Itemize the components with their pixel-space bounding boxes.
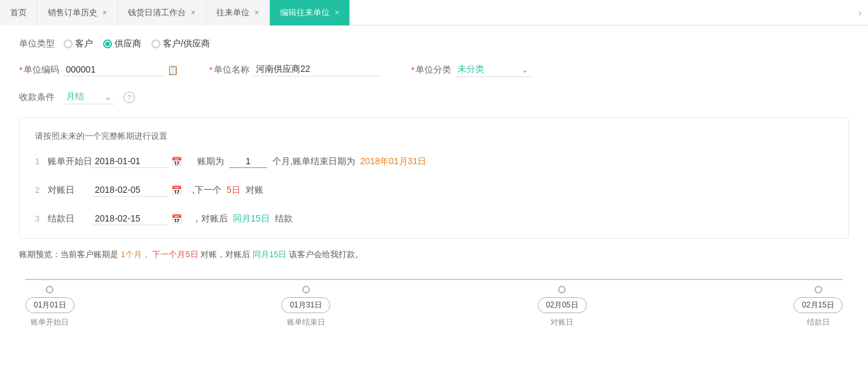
tab-nav-arrow[interactable]: › bbox=[852, 0, 868, 25]
unit-code-input[interactable] bbox=[63, 63, 165, 76]
timeline-badge-1: 01月01日 bbox=[25, 297, 74, 313]
radio-circle-customer bbox=[64, 39, 73, 48]
period-end-date-highlight: 2018年01月31日 bbox=[360, 156, 426, 167]
tab-edit-partner[interactable]: 编辑往来单位 × bbox=[270, 0, 350, 25]
radio-circle-supplier bbox=[103, 39, 112, 48]
period-start-label: 账单开始日 bbox=[48, 156, 92, 167]
period-payment-day: 同月15日 bbox=[233, 213, 270, 225]
period-reconcile-date[interactable] bbox=[92, 183, 169, 197]
unit-category-select[interactable]: 未分类 ⌄ bbox=[455, 62, 531, 77]
period-payment-calendar-icon[interactable]: 📅 bbox=[171, 214, 182, 224]
timeline-point-1: 01月01日 账单开始日 bbox=[25, 286, 74, 328]
unit-code-label: 单位编码 bbox=[24, 64, 59, 76]
period-start-date[interactable] bbox=[92, 155, 169, 168]
timeline-badge-3: 02月05日 bbox=[538, 297, 587, 313]
preview-payment-day: 同月15日 bbox=[253, 250, 286, 259]
tab-partners[interactable]: 往来单位 × bbox=[206, 0, 270, 25]
preview-reconcile-text: 对账，对账后 bbox=[200, 250, 250, 259]
timeline-wrapper: 01月01日 账单开始日 01月31日 账单结束日 02月05日 对账日 02月… bbox=[19, 273, 849, 328]
period-reconcile-day: 5日 bbox=[227, 185, 241, 196]
period-row-num-2: 2 bbox=[35, 185, 48, 195]
required-star-code: * bbox=[19, 65, 22, 75]
tab-home[interactable]: 首页 bbox=[0, 0, 38, 25]
radio-customer[interactable]: 客户 bbox=[64, 38, 93, 50]
close-cashflow[interactable]: × bbox=[191, 8, 195, 17]
required-star-name: * bbox=[209, 65, 212, 75]
period-row-num-3: 3 bbox=[35, 214, 48, 223]
timeline-badge-4: 02月15日 bbox=[794, 297, 843, 313]
tab-cashflow[interactable]: 钱货日清工作台 × bbox=[118, 0, 206, 25]
timeline-label-2: 账单结束日 bbox=[287, 317, 325, 328]
period-months-input[interactable] bbox=[229, 155, 267, 168]
period-box-title: 请按照未来的一个完整帐期进行设置 bbox=[35, 130, 833, 142]
unit-type-label: 单位类型 bbox=[19, 38, 55, 50]
preview-months: 1个月， bbox=[121, 250, 150, 259]
preview-reconcile-day: 下一个月5日 bbox=[152, 250, 198, 259]
period-row-1: 1 账单开始日 📅 账期为 个月,账单结束日期为 2018年01月31日 bbox=[35, 155, 833, 168]
timeline-label-4: 结款日 bbox=[807, 317, 830, 328]
close-sales-history[interactable]: × bbox=[102, 8, 107, 17]
radio-supplier[interactable]: 供应商 bbox=[103, 38, 141, 50]
preview-section: 账期预览：当前客户账期是 1个月， 下一个月5日 对账，对账后 同月15日 该客… bbox=[19, 249, 849, 260]
timeline-point-4: 02月15日 结款日 bbox=[794, 286, 843, 328]
unit-category-value: 未分类 bbox=[458, 64, 517, 75]
timeline-badge-2: 01月31日 bbox=[281, 297, 330, 313]
period-reconcile-suffix: 对账 bbox=[246, 185, 263, 196]
timeline-dot-2 bbox=[302, 286, 310, 293]
copy-icon[interactable]: 📋 bbox=[167, 65, 178, 75]
timeline-dot-3 bbox=[558, 286, 566, 293]
period-unit: 个月,账单结束日期为 bbox=[272, 156, 355, 167]
required-star-category: * bbox=[411, 65, 414, 75]
payment-terms-value: 月结 bbox=[66, 91, 101, 102]
unit-name-group: * 单位名称 bbox=[209, 63, 380, 76]
timeline-dot-4 bbox=[815, 286, 822, 293]
period-payment-label: 结款日 bbox=[48, 213, 92, 225]
period-payment-prefix: ，对账后 bbox=[192, 213, 228, 225]
timeline-dot-1 bbox=[46, 286, 53, 293]
preview-end-text: 该客户会给我打款。 bbox=[289, 250, 363, 259]
tab-sales-history[interactable]: 销售订单历史 × bbox=[38, 0, 118, 25]
radio-circle-customer-supplier bbox=[151, 39, 160, 48]
payment-terms-dropdown-arrow: ⌄ bbox=[104, 92, 112, 102]
timeline-point-2: 01月31日 账单结束日 bbox=[281, 286, 330, 328]
period-reconcile-calendar-icon[interactable]: 📅 bbox=[171, 185, 182, 195]
radio-label-customer-supplier: 客户/供应商 bbox=[163, 38, 210, 50]
unit-type-row: 单位类型 客户 供应商 客户/供应商 bbox=[19, 38, 849, 50]
preview-label: 账期预览：当前客户账期是 bbox=[19, 250, 118, 259]
payment-terms-row: 收款条件 月结 ⌄ ? bbox=[19, 90, 849, 104]
unit-category-group: * 单位分类 未分类 ⌄ bbox=[411, 62, 531, 77]
unit-type-radio-group: 客户 供应商 客户/供应商 bbox=[64, 38, 210, 50]
radio-label-supplier: 供应商 bbox=[115, 38, 141, 50]
period-row-2: 2 对账日 📅 ,下一个 5日 对账 bbox=[35, 183, 833, 197]
category-dropdown-arrow: ⌄ bbox=[521, 64, 529, 74]
unit-info-row: * 单位编码 📋 * 单位名称 * 单位分类 未分类 ⌄ bbox=[19, 62, 849, 77]
page-content: 单位类型 客户 供应商 客户/供应商 * 单位编码 📋 * 单位名称 bbox=[0, 25, 868, 387]
period-settings-box: 请按照未来的一个完整帐期进行设置 1 账单开始日 📅 账期为 个月,账单结束日期… bbox=[19, 117, 849, 239]
unit-name-label: 单位名称 bbox=[214, 64, 249, 76]
radio-customer-supplier[interactable]: 客户/供应商 bbox=[151, 38, 210, 50]
period-row-num-1: 1 bbox=[35, 157, 48, 166]
period-reconcile-prefix: ,下一个 bbox=[192, 185, 221, 196]
period-reconcile-label: 对账日 bbox=[48, 185, 92, 196]
unit-name-input[interactable] bbox=[253, 63, 381, 76]
period-start-suffix: 账期为 bbox=[197, 156, 224, 167]
period-start-calendar-icon[interactable]: 📅 bbox=[171, 157, 182, 167]
radio-label-customer: 客户 bbox=[75, 38, 93, 50]
period-payment-suffix: 结款 bbox=[275, 213, 293, 225]
period-row-3: 3 结款日 📅 ，对账后 同月15日 结款 bbox=[35, 212, 833, 225]
close-partners[interactable]: × bbox=[255, 8, 259, 17]
help-icon[interactable]: ? bbox=[123, 92, 135, 103]
payment-terms-select[interactable]: 月结 ⌄ bbox=[64, 90, 115, 104]
timeline-label-3: 对账日 bbox=[550, 317, 573, 328]
period-payment-date[interactable] bbox=[92, 212, 169, 225]
payment-terms-label: 收款条件 bbox=[19, 92, 55, 103]
unit-category-label: 单位分类 bbox=[416, 64, 451, 76]
timeline-label-1: 账单开始日 bbox=[31, 317, 69, 328]
timeline-point-3: 02月05日 对账日 bbox=[538, 286, 587, 328]
close-edit-partner[interactable]: × bbox=[335, 8, 339, 17]
tabs-bar: 首页 销售订单历史 × 钱货日清工作台 × 往来单位 × 编辑往来单位 × › bbox=[0, 0, 868, 25]
unit-code-group: * 单位编码 📋 bbox=[19, 63, 178, 76]
